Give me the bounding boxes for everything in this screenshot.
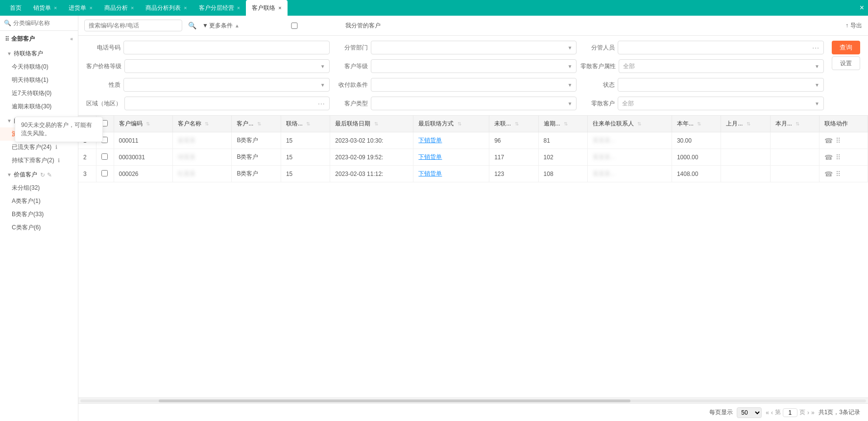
tab-purchase-close[interactable]: × (89, 5, 92, 11)
filter-price-level-select[interactable]: ▼ (124, 59, 330, 73)
more-action-icon[interactable]: ⠿ (836, 170, 841, 178)
col-contact-person-sort[interactable]: ⇅ (637, 121, 641, 126)
pagination: « ‹ 第 页 › » (766, 408, 814, 417)
col-this-year-sort[interactable]: ⇅ (697, 121, 701, 126)
col-overdue-sort[interactable]: ⇅ (564, 121, 568, 126)
last-method-link[interactable]: 下销货单 (418, 153, 442, 160)
col-last-month-sort[interactable]: ⇅ (747, 121, 750, 126)
col-type-sort[interactable]: ⇅ (257, 121, 261, 126)
sidebar-group-pending-title[interactable]: ▼ 待联络客户 (0, 47, 78, 60)
row-code: 000011 (114, 132, 172, 149)
col-uncontacted-sort[interactable]: ⇅ (515, 121, 519, 126)
declining-info-icon[interactable]: ℹ (58, 157, 60, 163)
arrow-icon: ▼ (7, 51, 12, 56)
tab-customer-layer-close[interactable]: × (237, 5, 240, 11)
tab-customer-layer[interactable]: 客户分层经营 × (193, 0, 246, 16)
filter-customer-type-select[interactable]: ▼ (371, 97, 577, 110)
tab-home[interactable]: 首页 (4, 0, 27, 16)
contact-action-icon[interactable]: ☎ (824, 153, 833, 161)
filter-division-select[interactable]: ▼ (371, 41, 577, 54)
filter-region-select[interactable]: ··· (124, 97, 330, 110)
col-this-month-label: 本月... (775, 120, 792, 127)
last-method-link[interactable]: 下销货单 (418, 137, 442, 144)
filter-manager: 分管人员 ··· (580, 41, 824, 54)
region-dots[interactable]: ··· (318, 99, 325, 107)
value-edit-icon[interactable]: ✎ (47, 172, 52, 178)
more-action-icon[interactable]: ⠿ (836, 153, 841, 161)
per-page-select[interactable]: 50 100 200 (737, 407, 762, 418)
col-name-sort[interactable]: ⇅ (205, 121, 209, 126)
churned-info-icon[interactable]: ℹ (55, 144, 57, 150)
tab-customer-contact-close[interactable]: × (278, 5, 281, 11)
page-input[interactable] (783, 408, 797, 417)
sidebar-root-label[interactable]: ⠿ 全部客户 « (0, 31, 78, 47)
tab-analysis-list-close[interactable]: × (184, 5, 187, 11)
sidebar-item-ungroup-label: 未分组(32) (12, 184, 40, 191)
col-type-label: 客户... (237, 120, 253, 127)
filter-manager-select[interactable]: ··· (618, 41, 824, 54)
last-method-link[interactable]: 下销货单 (418, 170, 442, 177)
row-checkbox[interactable] (96, 166, 114, 182)
sidebar-item-7days[interactable]: 近7天待联络(0) (0, 87, 78, 100)
contact-action-icon[interactable]: ☎ (824, 170, 833, 178)
my-customers-checkbox[interactable]: 我分管的客户 (245, 22, 381, 30)
prev-page-btn[interactable]: ‹ (771, 409, 773, 416)
tab-sales[interactable]: 销货单 × (27, 0, 63, 16)
scrollbar-thumb[interactable] (159, 399, 630, 402)
export-button[interactable]: ↑ 导出 (845, 22, 862, 30)
scrollbar-track (80, 399, 866, 402)
manager-dots[interactable]: ··· (812, 44, 820, 51)
query-button[interactable]: 查询 (832, 41, 860, 54)
col-last-method-sort[interactable]: ⇅ (458, 121, 461, 126)
sidebar-item-overdue[interactable]: 逾期未联络(30) (0, 100, 78, 113)
row-checkbox[interactable] (96, 149, 114, 166)
sidebar-item-c-class[interactable]: C类客户(6) (0, 221, 78, 234)
window-close-button[interactable]: × (860, 3, 864, 12)
row-select-checkbox[interactable] (101, 170, 108, 176)
my-customers-check[interactable] (245, 23, 343, 29)
horizontal-scrollbar[interactable] (78, 397, 868, 403)
sidebar-item-b-class[interactable]: B类客户(33) (0, 208, 78, 221)
sidebar-item-declining[interactable]: 持续下滑客户(2) ℹ (0, 154, 78, 167)
filter-search-icon[interactable]: 🔍 (188, 22, 196, 29)
col-last-date-sort[interactable]: ⇅ (374, 121, 378, 126)
row-select-checkbox[interactable] (101, 153, 108, 160)
filter-status-select[interactable]: ▼ (618, 78, 824, 92)
next-page-btn[interactable]: › (807, 409, 809, 416)
sidebar-item-a-class[interactable]: A类客户(1) (0, 195, 78, 208)
row-code: 000026 (114, 166, 172, 182)
first-page-btn[interactable]: « (766, 409, 769, 416)
col-contact-sort[interactable]: ⇅ (306, 121, 310, 126)
filter-customer-level: 客户等级 ▼ (334, 59, 577, 73)
tab-customer-contact[interactable]: 客户联络 × (246, 0, 287, 16)
col-this-month-sort[interactable]: ⇅ (796, 121, 799, 126)
search-input[interactable] (84, 20, 182, 31)
sidebar-item-churned[interactable]: 已流失客户(24) ℹ (0, 141, 78, 154)
col-code-sort[interactable]: ⇅ (146, 121, 150, 126)
sidebar-search-input[interactable] (13, 20, 74, 26)
filter-zero-sales-attr-select[interactable]: 全部 ▼ (619, 59, 824, 73)
tab-analysis[interactable]: 商品分析 × (98, 0, 140, 16)
sidebar-group-value-title[interactable]: ▼ 价值客户 ↻ ✎ (0, 168, 78, 181)
filter-zero-sales-select[interactable]: 全部 ▼ (618, 97, 824, 110)
sidebar-item-ungroup[interactable]: 未分组(32) (0, 181, 78, 195)
tab-purchase[interactable]: 进货单 × (63, 0, 98, 16)
tab-sales-close[interactable]: × (54, 5, 57, 11)
last-page-btn[interactable]: » (811, 409, 815, 416)
contact-action-icon[interactable]: ☎ (824, 137, 833, 145)
filter-row-1: 电话号码 分管部门 ▼ 分管人员 (86, 41, 824, 54)
sidebar-item-tomorrow[interactable]: 明天待联络(1) (0, 74, 78, 87)
sidebar-item-today[interactable]: 今天待联络(0) (0, 60, 78, 74)
tab-analysis-close[interactable]: × (131, 5, 134, 11)
tab-analysis-list[interactable]: 商品分析列表 × (140, 0, 193, 16)
more-conditions-btn[interactable]: ▼ 更多条件 ▲ (202, 22, 240, 30)
action-icons-group: ☎ ⠿ (824, 137, 863, 145)
more-conditions-arrow: ▲ (235, 23, 240, 28)
filter-customer-level-select[interactable]: ▼ (371, 59, 577, 73)
more-action-icon[interactable]: ⠿ (836, 137, 841, 145)
filter-nature-select[interactable]: ▼ (123, 78, 330, 92)
filter-pay-terms-select[interactable]: ▼ (371, 78, 577, 92)
filter-phone-input[interactable] (123, 41, 330, 54)
settings-button[interactable]: 设置 (832, 56, 860, 70)
value-refresh-icon[interactable]: ↻ (40, 172, 45, 178)
